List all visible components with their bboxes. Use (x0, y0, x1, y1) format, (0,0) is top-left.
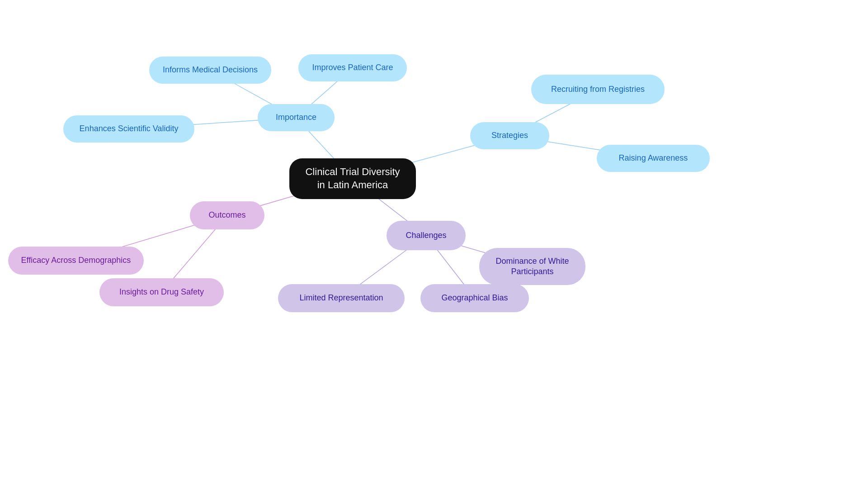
recruiting-node[interactable]: Recruiting from Registries (531, 75, 665, 104)
challenges-label: Challenges (406, 230, 446, 241)
recruiting-label: Recruiting from Registries (551, 84, 645, 95)
insights-label: Insights on Drug Safety (119, 287, 204, 297)
raising-label: Raising Awareness (619, 153, 688, 163)
improves-node[interactable]: Improves Patient Care (298, 54, 407, 81)
importance-label: Importance (276, 112, 316, 123)
informs-node[interactable]: Informs Medical Decisions (149, 57, 271, 84)
challenges-node[interactable]: Challenges (387, 221, 466, 250)
geographical-node[interactable]: Geographical Bias (420, 284, 529, 312)
enhances-label: Enhances Scientific Validity (80, 124, 179, 134)
dominance-node[interactable]: Dominance of White Participants (479, 248, 585, 285)
enhances-node[interactable]: Enhances Scientific Validity (63, 115, 194, 143)
informs-label: Informs Medical Decisions (163, 65, 258, 75)
efficacy-node[interactable]: Efficacy Across Demographics (8, 247, 144, 275)
limited-node[interactable]: Limited Representation (278, 284, 405, 312)
center-node[interactable]: Clinical Trial Diversity in Latin Americ… (289, 158, 416, 199)
limited-label: Limited Representation (299, 293, 383, 303)
improves-label: Improves Patient Care (312, 62, 393, 73)
strategies-label: Strategies (491, 130, 528, 141)
geographical-label: Geographical Bias (441, 293, 508, 303)
strategies-node[interactable]: Strategies (470, 122, 549, 149)
importance-node[interactable]: Importance (258, 104, 335, 131)
insights-node[interactable]: Insights on Drug Safety (99, 278, 224, 306)
center-label: Clinical Trial Diversity in Latin Americ… (303, 166, 402, 191)
dominance-label: Dominance of White Participants (490, 256, 575, 277)
outcomes-node[interactable]: Outcomes (190, 201, 264, 229)
outcomes-label: Outcomes (208, 210, 245, 220)
raising-node[interactable]: Raising Awareness (597, 145, 710, 172)
efficacy-label: Efficacy Across Demographics (21, 255, 131, 266)
